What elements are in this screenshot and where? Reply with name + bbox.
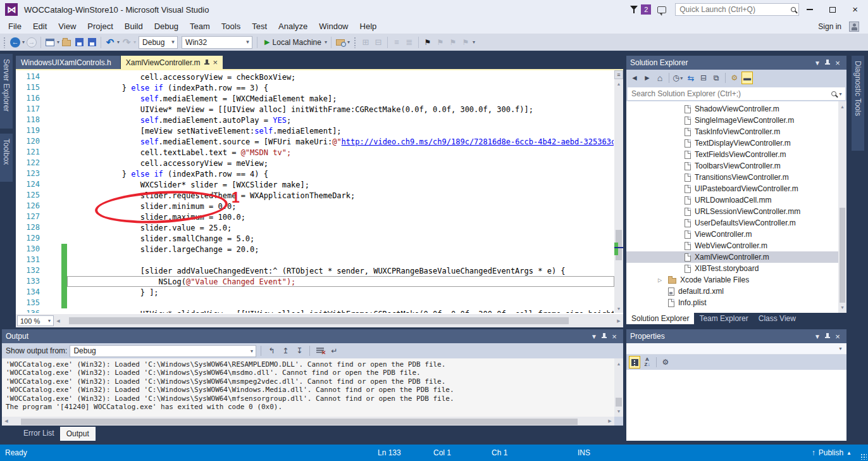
undo-dropdown[interactable]: ▾: [117, 39, 120, 45]
code-line[interactable]: 132 [slider addValueChangedEvent:^ (RTOb…: [16, 265, 614, 276]
pin-icon[interactable]: [822, 333, 833, 339]
menu-analyze[interactable]: Analyze: [273, 20, 313, 33]
navigate-back-button[interactable]: ←: [9, 35, 22, 49]
next-message-icon[interactable]: ↧: [294, 344, 305, 357]
undo-button[interactable]: ↶: [104, 35, 116, 49]
forward-icon[interactable]: ►: [642, 72, 653, 84]
run-target-dropdown[interactable]: ▾: [325, 39, 327, 45]
properties-object-combo[interactable]: ▼: [626, 343, 846, 355]
sync-with-active-document-icon[interactable]: ⇆: [685, 72, 697, 84]
scroll-right-icon[interactable]: ▶: [614, 319, 623, 324]
new-project-dropdown[interactable]: ▾: [57, 39, 59, 45]
scroll-track[interactable]: [11, 417, 604, 426]
start-debugging-button[interactable]: ▶ Local Machine ▾: [260, 35, 328, 49]
document-tab[interactable]: WindowsUIXamlControls.h: [16, 56, 120, 69]
menu-debug[interactable]: Debug: [149, 20, 184, 33]
output-horizontal-scrollbar[interactable]: ◀ ▶: [2, 417, 614, 426]
tree-item[interactable]: Info.plist: [626, 297, 846, 308]
code-line[interactable]: 136 UIView* sliderView = [[UIView alloc]…: [16, 308, 614, 313]
menu-file[interactable]: File: [3, 20, 27, 33]
outline-expand-button[interactable]: ⊞: [359, 35, 372, 49]
pin-icon[interactable]: [599, 333, 609, 339]
outline-collapse-button[interactable]: ⊟: [372, 35, 385, 49]
open-file-button[interactable]: [60, 35, 73, 49]
close-icon[interactable]: ×: [213, 58, 218, 66]
notification-count-badge[interactable]: 2: [641, 4, 651, 15]
solution-platform-combo[interactable]: Win32 ▼: [182, 36, 252, 49]
code-line[interactable]: 121 cell.textLabel.text = @"MSDN tv";: [16, 147, 614, 158]
save-button[interactable]: [73, 35, 85, 49]
menu-window[interactable]: Window: [313, 20, 354, 33]
solution-configuration-combo[interactable]: Debug ▼: [139, 36, 178, 49]
minimize-button[interactable]: [807, 9, 813, 10]
home-icon[interactable]: ⌂: [654, 72, 666, 84]
quick-launch-box[interactable]: [675, 3, 799, 16]
output-source-combo[interactable]: Debug ▼: [70, 345, 256, 357]
toolbar-options-dropdown[interactable]: ▾: [347, 39, 350, 45]
tree-item[interactable]: ViewController.m: [626, 229, 846, 240]
scroll-down-icon[interactable]: ▼: [838, 303, 846, 312]
tree-item[interactable]: UIPasteboardViewController.m: [626, 183, 846, 194]
new-project-button[interactable]: [44, 35, 56, 49]
tree-item[interactable]: TextFieldsViewController.m: [626, 149, 846, 160]
resize-grip[interactable]: [860, 453, 867, 460]
tree-item[interactable]: TaskInfoViewController.m: [626, 126, 846, 137]
code-line[interactable]: 117 UIView* meView = [[UIView alloc] ini…: [16, 104, 614, 115]
window-position-dropdown[interactable]: ▼: [812, 333, 822, 340]
scroll-left-icon[interactable]: ◀: [2, 419, 11, 424]
status-column-number[interactable]: Col 1: [433, 448, 451, 457]
editor-horizontal-scrollbar[interactable]: [63, 317, 613, 325]
code-line[interactable]: 120 self.mediaElement.source = [WFUri ma…: [16, 136, 614, 147]
solution-search-box[interactable]: ▼: [628, 87, 845, 100]
output-vertical-scrollbar[interactable]: ▲ ▼: [614, 358, 623, 417]
maximize-button[interactable]: [829, 7, 836, 13]
scrollbar-thumb[interactable]: [21, 419, 578, 425]
preview-selected-items-icon[interactable]: ▬: [741, 72, 753, 84]
comment-button[interactable]: ≡: [390, 35, 403, 49]
code-line[interactable]: 135: [16, 298, 614, 308]
uncomment-button[interactable]: ≣: [403, 35, 416, 49]
code-line[interactable]: 123 } else if (indexPath.row == 4) {: [16, 168, 614, 179]
tree-item[interactable]: XamlViewController.m: [626, 251, 846, 263]
quick-launch-input[interactable]: [679, 5, 788, 14]
tree-item[interactable]: default.rd.xml: [626, 286, 846, 297]
code-line[interactable]: 130 slider.largeChange = 20.0;: [16, 244, 614, 255]
navigate-back-dropdown[interactable]: ▾: [22, 39, 25, 45]
tree-item[interactable]: URLDownloadCell.mm: [626, 194, 846, 206]
tab-server-explorer[interactable]: Server Explorer: [0, 54, 13, 129]
window-position-dropdown[interactable]: ▼: [589, 333, 599, 340]
editor-zoom-combo[interactable]: 100 % ▼: [17, 315, 54, 326]
tree-item[interactable]: ▷Xcode Variable Files: [626, 274, 846, 286]
close-icon[interactable]: ×: [833, 58, 843, 68]
previous-bookmark-button[interactable]: ⚑: [434, 35, 447, 49]
tree-item[interactable]: XIBTest.storyboard: [626, 263, 846, 274]
tree-item[interactable]: ToolbarsViewController.m: [626, 160, 846, 172]
alphabetical-sort-icon[interactable]: AZ↓: [642, 356, 653, 369]
code-editor[interactable]: 114 cell.accessoryView = checkBoxView;11…: [16, 70, 614, 313]
toolbar-options-dropdown[interactable]: ▾: [473, 39, 475, 45]
status-insert-mode[interactable]: INS: [578, 448, 590, 457]
menu-test[interactable]: Test: [246, 20, 273, 33]
tree-vertical-scrollbar[interactable]: ▲ ▼: [838, 101, 846, 313]
tab-toolbox[interactable]: Toolbox: [0, 134, 13, 182]
back-icon[interactable]: ◄: [629, 72, 640, 84]
scroll-up-icon[interactable]: ▲: [838, 103, 846, 111]
previous-message-icon[interactable]: ↥: [280, 344, 291, 357]
scroll-up-icon[interactable]: ▲: [614, 360, 623, 368]
user-avatar-icon[interactable]: [849, 22, 859, 32]
close-icon[interactable]: ×: [609, 332, 619, 341]
tree-item[interactable]: TransitionsViewController.m: [626, 172, 846, 183]
menu-view[interactable]: View: [53, 20, 82, 33]
code-line[interactable]: 131: [16, 255, 614, 265]
editor-vertical-scrollbar[interactable]: ▲ ▼: [614, 70, 623, 313]
status-line-number[interactable]: Ln 133: [378, 448, 401, 457]
tab-output[interactable]: Output: [60, 427, 96, 441]
sign-in-link[interactable]: Sign in: [818, 22, 841, 31]
close-button[interactable]: ×: [852, 6, 858, 13]
menu-tools[interactable]: Tools: [216, 20, 246, 33]
pin-icon[interactable]: [204, 60, 209, 66]
code-line[interactable]: 125 slider.requestedTheme = WXApplicatio…: [16, 190, 614, 201]
tree-item[interactable]: SingleImageViewController.m: [626, 115, 846, 126]
code-line[interactable]: 116 self.mediaElement = [WXCMediaElement…: [16, 93, 614, 104]
menu-project[interactable]: Project: [82, 20, 118, 33]
